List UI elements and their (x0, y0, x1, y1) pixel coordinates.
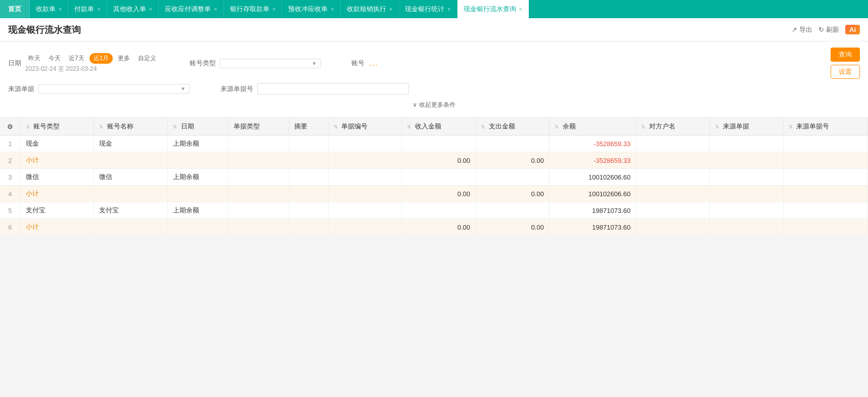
table-col-source-doc-no[interactable]: ⇅ 来源单据号 (783, 118, 867, 136)
nav-tab-liushui-active[interactable]: 现金银行流水查询 × (458, 0, 529, 18)
expense-cell: 0.00 (476, 219, 550, 236)
close-icon[interactable]: × (272, 6, 276, 12)
doc-type-cell (229, 202, 289, 219)
table-col-expense[interactable]: ⇅ 支出金额 (476, 118, 550, 136)
doc-no-cell (328, 186, 402, 202)
filter-row-2: 来源单据 ▼ 来源单据号 (8, 83, 860, 95)
table-col-income[interactable]: ⇅ 收入金额 (402, 118, 476, 136)
chevron-down-icon: ▼ (180, 86, 186, 92)
nav-tab-qitashouruan[interactable]: 其他收入单 × (107, 0, 159, 18)
nav-tab-shoukuandan[interactable]: 收款单 × (30, 0, 68, 18)
sort-arrows-icon: ⇅ (789, 124, 793, 129)
table-col-balance[interactable]: ⇅ 余额 (549, 118, 635, 136)
table-col-account-type[interactable]: ⇅ 账号类型 (20, 118, 94, 136)
account-type-cell: 小计 (20, 186, 94, 202)
close-icon[interactable]: × (331, 6, 334, 12)
counterparty-cell (636, 169, 710, 186)
date-cell: 上期余额 (168, 169, 229, 186)
source-doc-no-cell (783, 186, 867, 202)
date-btn-today[interactable]: 今天 (45, 53, 64, 64)
nav-tab-label: 应收应付调整单 (165, 5, 211, 14)
table-col-doc-no[interactable]: ⇅ 单据编号 (328, 118, 402, 136)
export-icon: ↗ (792, 26, 797, 33)
expense-cell (476, 169, 550, 186)
date-btn-more[interactable]: 更多 (115, 53, 133, 64)
refresh-button[interactable]: ↻ 刷新 (818, 25, 839, 34)
close-icon[interactable]: × (389, 6, 392, 12)
table-col-counterparty[interactable]: ⇅ 对方户名 (636, 118, 710, 136)
date-btn-1month[interactable]: 近1月 (89, 53, 113, 64)
income-cell: 0.00 (402, 152, 476, 169)
collapse-arrow-icon: ∧ (413, 102, 417, 109)
expense-cell (476, 136, 550, 152)
table-col-date[interactable]: ⇅ 日期 (168, 118, 229, 136)
expense-cell: 0.00 (476, 152, 550, 169)
table-col-account-name[interactable]: ⇅ 账号名称 (94, 118, 168, 136)
source-doc-select[interactable]: ▼ (38, 84, 190, 94)
nav-home[interactable]: 首页 (0, 0, 30, 18)
account-type-select[interactable]: ▼ (220, 59, 321, 68)
doc-type-cell (229, 186, 289, 202)
close-icon[interactable]: × (447, 6, 450, 12)
nav-tab-yushouchong[interactable]: 预收冲应收单 × (282, 0, 340, 18)
nav-tab-yingshouyingfu[interactable]: 应收应付调整单 × (159, 0, 223, 18)
source-doc-no-input[interactable] (257, 83, 409, 95)
table-row: 2小计0.000.00-3528659.33 (0, 152, 868, 169)
collapse-button[interactable]: ∧ 收起更多条件 (8, 99, 860, 111)
summary-cell (289, 169, 328, 186)
query-button[interactable]: 查询 (831, 48, 860, 62)
date-btn-yesterday[interactable]: 昨天 (25, 53, 43, 64)
date-cell: 上期余额 (168, 136, 229, 152)
nav-tab-label: 付款单 (74, 5, 94, 14)
close-icon[interactable]: × (149, 6, 152, 12)
close-icon[interactable]: × (59, 6, 62, 12)
nav-tab-fukuandan[interactable]: 付款单 × (68, 0, 107, 18)
nav-tab-yinhangcuqukuan[interactable]: 银行存取款单 × (224, 0, 282, 18)
table-col-gear[interactable]: ⚙ (0, 118, 20, 136)
date-btn-7days[interactable]: 近7天 (66, 53, 87, 64)
sort-arrows-icon: ⇅ (407, 124, 411, 129)
row-number: 3 (0, 169, 20, 186)
collapse-label: 收起更多条件 (419, 101, 455, 109)
account-name-cell: 微信 (94, 169, 168, 186)
filter-panel: 日期 昨天 今天 近7天 近1月 更多 自定义 2023-02-24 至 202… (0, 41, 868, 118)
account-ellipsis-button[interactable]: ... (369, 59, 378, 68)
doc-no-cell (328, 219, 402, 236)
nav-tab-shoukuanhexiao[interactable]: 收款核销执行 × (341, 0, 399, 18)
date-btn-custom[interactable]: 自定义 (135, 53, 159, 64)
account-type-cell: 小计 (20, 219, 94, 236)
doc-type-cell (229, 219, 289, 236)
nav-tab-xianjintongji[interactable]: 现金银行统计 × (399, 0, 457, 18)
settings-button[interactable]: 设置 (831, 65, 860, 79)
account-type-cell: 支付宝 (20, 202, 94, 219)
date-cell (168, 152, 229, 169)
nav-tab-label: 现金银行流水查询 (464, 5, 516, 14)
account-name-cell (94, 186, 168, 202)
table-col-doc-type[interactable]: 单据类型 (229, 118, 289, 136)
export-button[interactable]: ↗ 导出 (792, 25, 812, 34)
account-type-label: 账号类型 (190, 59, 216, 68)
source-doc-no-filter-group: 来源单据号 (220, 83, 409, 95)
top-navigation: 首页 收款单 × 付款单 × 其他收入单 × 应收应付调整单 × 银行存取款单 … (0, 0, 868, 18)
income-cell: 0.00 (402, 219, 476, 236)
row-number: 5 (0, 202, 20, 219)
doc-type-cell (229, 169, 289, 186)
table-col-summary[interactable]: 摘要 (289, 118, 328, 136)
account-filter-group: 账号 ... (351, 59, 378, 68)
sort-arrows-icon: ⇅ (26, 124, 30, 129)
ai-badge[interactable]: Ai (845, 25, 860, 34)
source-doc-label: 来源单据 (8, 84, 34, 94)
close-icon[interactable]: × (97, 6, 100, 12)
nav-tab-label: 其他收入单 (113, 5, 146, 14)
doc-type-cell (229, 152, 289, 169)
account-name-cell (94, 152, 168, 169)
close-icon[interactable]: × (519, 6, 522, 12)
table-col-source-doc[interactable]: ⇅ 来源单据 (709, 118, 783, 136)
close-icon[interactable]: × (214, 6, 217, 12)
account-label: 账号 (351, 59, 364, 68)
income-cell (402, 169, 476, 186)
source-doc-cell (709, 136, 783, 152)
gear-icon[interactable]: ⚙ (7, 123, 13, 130)
account-name-cell: 现金 (94, 136, 168, 152)
source-doc-cell (709, 169, 783, 186)
